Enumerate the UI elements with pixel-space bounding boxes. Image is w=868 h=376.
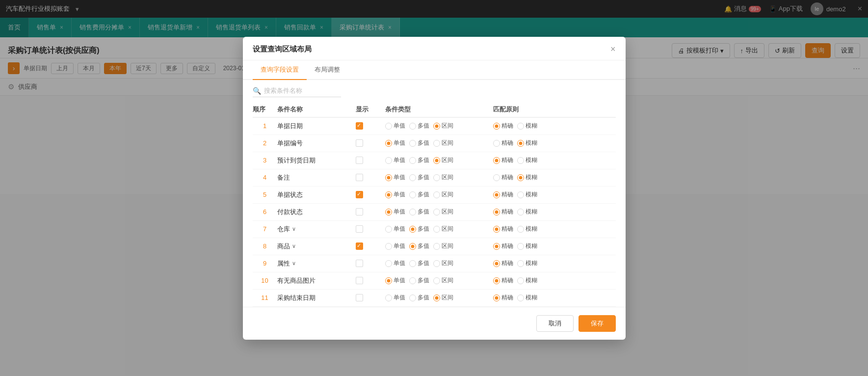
type-radio[interactable] [409,174,416,181]
display-checkbox[interactable] [356,122,363,130]
match-radio[interactable] [493,191,500,194]
type-option-single[interactable]: 单值 [385,156,405,164]
radio-label: 单值 [394,139,405,147]
table-row: 4备注单值多值区间精确模糊 [253,169,616,187]
dialog-tab-query-fields[interactable]: 查询字段设置 [253,60,307,80]
type-radio[interactable] [433,174,440,181]
match-option-exact[interactable]: 精确 [493,156,513,164]
type-option-single[interactable]: 单值 [385,139,405,147]
type-option-multi[interactable]: 多值 [409,190,429,194]
type-option-single[interactable]: 单值 [385,173,405,182]
radio-label: 区间 [442,190,453,194]
row-match: 精确模糊 [493,173,581,182]
match-option-exact[interactable]: 精确 [493,190,513,194]
type-radio[interactable] [385,157,392,164]
match-option-exact[interactable]: 精确 [493,173,513,182]
radio-label: 精确 [501,122,513,130]
table-row: 2单据编号单值多值区间精确模糊 [253,135,616,152]
dialog-close-button[interactable]: × [610,45,616,54]
row-match: 精确模糊 [493,122,581,130]
row-name: 单据编号 [277,139,356,148]
type-option-single[interactable]: 单值 [385,190,405,194]
table-row: 5单据状态单值多值区间精确模糊 [253,187,616,194]
match-radio[interactable] [493,174,500,181]
type-option-multi[interactable]: 多值 [409,156,429,164]
type-radio[interactable] [385,191,392,194]
type-option-range[interactable]: 区间 [433,173,453,182]
dialog-tab-layout[interactable]: 布局调整 [307,60,348,80]
type-radio[interactable] [385,174,392,181]
match-radio[interactable] [493,157,500,164]
row-type: 单值多值区间 [385,173,493,182]
type-option-single[interactable]: 单值 [385,122,405,130]
display-checkbox[interactable] [356,174,363,181]
type-radio[interactable] [433,123,440,130]
col-name-header: 条件名称 [277,105,356,114]
match-option-fuzzy[interactable]: 模糊 [517,156,537,164]
dialog-tabs: 查询字段设置 布局调整 [243,60,626,80]
match-option-fuzzy[interactable]: 模糊 [517,173,537,182]
type-radio[interactable] [385,123,392,130]
row-display [356,191,385,194]
match-option-fuzzy[interactable]: 模糊 [517,190,537,194]
type-radio[interactable] [409,123,416,130]
row-order: 5 [253,191,277,194]
match-radio[interactable] [517,191,524,194]
type-option-multi[interactable]: 多值 [409,139,429,147]
match-option-exact[interactable]: 精确 [493,139,513,147]
radio-label: 单值 [394,156,405,164]
type-radio[interactable] [409,191,416,194]
match-radio[interactable] [517,157,524,164]
table-row: 3预计到货日期单值多值区间精确模糊 [253,152,616,169]
match-radio[interactable] [493,140,500,147]
match-option-exact[interactable]: 精确 [493,122,513,130]
radio-label: 模糊 [526,190,537,194]
type-option-range[interactable]: 区间 [433,190,453,194]
row-order: 1 [253,122,277,130]
type-option-range[interactable]: 区间 [433,156,453,164]
row-match: 精确模糊 [493,139,581,147]
row-display [356,157,385,164]
match-radio[interactable] [517,140,524,147]
radio-label: 精确 [501,156,513,164]
radio-label: 模糊 [526,156,537,164]
dialog-header: 设置查询区域布局 × [243,37,626,60]
col-type-header: 条件类型 [385,105,493,114]
radio-label: 单值 [394,173,405,182]
table-header-row: 顺序 条件名称 显示 条件类型 匹配原则 [253,102,616,118]
match-option-fuzzy[interactable]: 模糊 [517,122,537,130]
display-checkbox[interactable] [356,157,363,164]
match-radio[interactable] [517,123,524,130]
search-input[interactable] [264,87,333,94]
radio-label: 模糊 [526,173,537,182]
col-display-header: 显示 [356,105,385,114]
radio-label: 精确 [501,139,513,147]
match-radio[interactable] [493,123,500,130]
match-radio[interactable] [517,174,524,181]
row-name: 备注 [277,173,356,182]
type-option-multi[interactable]: 多值 [409,173,429,182]
display-checkbox[interactable] [356,139,363,147]
settings-dialog: 设置查询区域布局 × 查询字段设置 布局调整 🔍 顺序 条件名称 显示 [243,37,626,194]
type-radio[interactable] [433,140,440,147]
search-bar: 🔍 [243,80,626,102]
type-radio[interactable] [409,140,416,147]
row-order: 3 [253,157,277,164]
type-option-range[interactable]: 区间 [433,122,453,130]
dialog-title: 设置查询区域布局 [253,45,312,54]
type-radio[interactable] [385,140,392,147]
type-radio[interactable] [433,191,440,194]
row-match: 精确模糊 [493,190,581,194]
type-option-range[interactable]: 区间 [433,139,453,147]
display-checkbox[interactable] [356,191,363,194]
row-type: 单值多值区间 [385,190,493,194]
search-wrap: 🔍 [253,85,341,97]
row-name: 预计到货日期 [277,156,356,165]
row-type: 单值多值区间 [385,122,493,130]
type-option-multi[interactable]: 多值 [409,122,429,130]
type-radio[interactable] [409,157,416,164]
match-option-fuzzy[interactable]: 模糊 [517,139,537,147]
radio-label: 单值 [394,190,405,194]
radio-label: 多值 [418,156,429,164]
type-radio[interactable] [433,157,440,164]
